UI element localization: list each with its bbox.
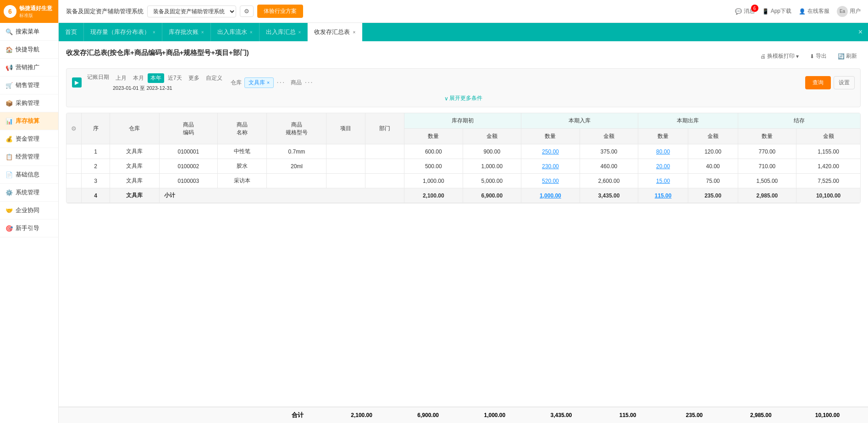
sidebar-item-finance[interactable]: 💰 资金管理 xyxy=(0,130,58,148)
col-group-out: 本期出库 xyxy=(638,113,738,129)
content-area: 收发存汇总表(按仓库+商品编码+商品+规格型号+项目+部门) 🖨 换模板打印 ▾… xyxy=(59,41,868,407)
row-warehouse: 文具库 xyxy=(110,144,159,159)
col-code: 商品编码 xyxy=(159,113,218,144)
row-close-qty: 770.00 xyxy=(738,144,796,159)
sidebar-item-sales[interactable]: 🛒 销售管理 xyxy=(0,77,58,94)
tab-batch[interactable]: 库存批次账 × xyxy=(162,23,211,41)
row-project xyxy=(326,174,365,188)
row-out-qty[interactable]: 80.00 xyxy=(638,144,688,159)
date-btn-last-month[interactable]: 上月 xyxy=(113,73,129,83)
sidebar-item-quick-nav[interactable]: 🏠 快捷导航 xyxy=(0,41,58,59)
message-btn[interactable]: 💬 消息 6 xyxy=(735,7,755,15)
date-btn-7days[interactable]: 近7天 xyxy=(165,73,185,83)
tab-recv-send[interactable]: 收发存汇总表 × xyxy=(308,23,362,41)
date-range-display: 2023-01-01 至 2023-12-31 xyxy=(113,85,225,92)
date-btn-more[interactable]: 更多 xyxy=(186,73,202,83)
tab-close-inout-summary[interactable]: × xyxy=(299,30,301,35)
print-btn[interactable]: 🖨 换模板打印 ▾ xyxy=(757,50,802,62)
row-settings-cell xyxy=(66,174,82,188)
sidebar-item-purchase[interactable]: 📦 采购管理 xyxy=(0,94,58,112)
export-btn[interactable]: ⬇ 导出 xyxy=(806,50,830,62)
col-group-opening: 库存期初 xyxy=(404,113,521,129)
expand-conditions-btn[interactable]: ∨ 展开更多条件 xyxy=(444,94,482,102)
date-btn-this-year[interactable]: 本年 xyxy=(148,73,164,83)
sidebar-item-search[interactable]: 🔍 搜索菜单 xyxy=(0,23,58,41)
table-row: 1 文具库 0100001 中性笔 0.7mm 600.00 900.00 25… xyxy=(66,144,860,159)
mobile-icon: 📱 xyxy=(762,8,769,15)
system-select[interactable]: 装备及固定资产辅助管理系统 xyxy=(147,5,236,17)
filter-toggle-btn[interactable]: ▶ xyxy=(72,77,82,88)
finance-icon: 💰 xyxy=(6,135,13,143)
col-close-amt: 金额 xyxy=(796,129,860,144)
total-open-amt: 6,900.00 xyxy=(395,412,461,418)
warehouse-tag-close[interactable]: × xyxy=(267,80,270,85)
subtotal-warehouse: 文具库 xyxy=(110,188,159,203)
sidebar-item-basic[interactable]: 📄 基础信息 xyxy=(0,166,58,184)
col-group-closing: 结存 xyxy=(738,113,860,129)
sidebar-item-operation[interactable]: 📋 经营管理 xyxy=(0,148,58,166)
subtotal-in-amt: 3,435.00 xyxy=(580,188,638,203)
refresh-icon: 🔄 xyxy=(838,53,845,60)
goods-more-dots[interactable]: ··· xyxy=(304,78,313,87)
app-download-btn[interactable]: 📱 App下载 xyxy=(762,7,791,15)
tab-close-inventory-dist[interactable]: × xyxy=(153,30,155,35)
subtotal-no: 4 xyxy=(82,188,110,203)
row-dept xyxy=(365,174,404,188)
sidebar-item-guide[interactable]: 🎯 新手引导 xyxy=(0,220,58,237)
total-close-amt: 10,100.00 xyxy=(794,412,861,418)
goods-filter: 商品 ··· xyxy=(291,78,313,87)
refresh-btn[interactable]: 🔄 刷新 xyxy=(834,50,861,62)
sidebar-item-inventory[interactable]: 📊 库存核算 xyxy=(0,112,58,130)
row-out-qty[interactable]: 15.00 xyxy=(638,174,688,188)
table-settings-btn[interactable]: ⚙ xyxy=(71,125,77,132)
avatar: Ea xyxy=(837,6,848,17)
row-spec: 20ml xyxy=(267,159,326,174)
sidebar-item-system[interactable]: ⚙️ 系统管理 xyxy=(0,184,58,202)
row-code: 0100002 xyxy=(159,159,218,174)
total-out-qty: 115.00 xyxy=(595,412,661,418)
col-out-amt: 金额 xyxy=(688,129,738,144)
sidebar-item-marketing[interactable]: 📢 营销推广 xyxy=(0,59,58,77)
settings-button[interactable]: 设置 xyxy=(834,76,855,89)
tab-close-batch[interactable]: × xyxy=(201,30,204,35)
user-menu[interactable]: Ea 用户 xyxy=(837,6,861,17)
row-in-qty[interactable]: 230.00 xyxy=(521,159,580,174)
row-out-qty[interactable]: 20.00 xyxy=(638,159,688,174)
row-open-qty: 600.00 xyxy=(404,144,463,159)
row-close-amt: 1,155.00 xyxy=(796,144,860,159)
col-close-qty: 数量 xyxy=(738,129,796,144)
tab-home[interactable]: 首页 xyxy=(59,23,84,41)
tab-inventory-dist[interactable]: 现存量（库存分布表） × xyxy=(84,23,162,41)
col-out-qty: 数量 xyxy=(638,129,688,144)
online-service-btn[interactable]: 👤 在线客服 xyxy=(799,7,829,15)
total-in-amt: 3,435.00 xyxy=(528,412,594,418)
date-btn-custom[interactable]: 自定义 xyxy=(203,73,225,83)
tab-inout-summary[interactable]: 出入库汇总 × xyxy=(260,23,308,41)
row-close-qty: 710.00 xyxy=(738,159,796,174)
main-area: 装备及固定资产辅助管理系统 装备及固定资产辅助管理系统 ⚙ 体验行业方案 💬 消… xyxy=(59,0,868,423)
footer-total-bar: 合计 2,100.00 6,900.00 1,000.00 3,435.00 1… xyxy=(59,407,868,423)
row-in-qty[interactable]: 250.00 xyxy=(521,144,580,159)
sidebar-item-corp[interactable]: 🤝 企业协同 xyxy=(0,202,58,220)
subtotal-out-amt: 235.00 xyxy=(688,188,738,203)
tab-close-inout-flow[interactable]: × xyxy=(250,30,253,35)
total-out-amt: 235.00 xyxy=(661,412,728,418)
row-in-qty[interactable]: 520.00 xyxy=(521,174,580,188)
trial-button[interactable]: 体验行业方案 xyxy=(257,5,303,18)
logo-icon: 6 xyxy=(4,5,17,18)
date-btn-this-month[interactable]: 本月 xyxy=(130,73,147,83)
warehouse-more-dots[interactable]: ··· xyxy=(276,78,285,87)
footer-values: 2,100.00 6,900.00 1,000.00 3,435.00 115.… xyxy=(328,412,861,418)
row-code: 0100001 xyxy=(159,144,218,159)
close-all-tabs[interactable]: × xyxy=(853,28,868,36)
row-open-qty: 500.00 xyxy=(404,159,463,174)
tab-inout-flow[interactable]: 出入库流水 × xyxy=(211,23,260,41)
tab-close-recv-send[interactable]: × xyxy=(353,30,355,35)
gear-button[interactable]: ⚙ xyxy=(240,5,254,17)
subtotal-close-qty: 2,985.00 xyxy=(738,188,796,203)
marketing-icon: 📢 xyxy=(6,64,13,71)
date-filter-label: 记账日期 xyxy=(87,73,109,81)
export-icon: ⬇ xyxy=(810,53,814,60)
total-close-qty: 2,985.00 xyxy=(728,412,794,418)
query-button[interactable]: 查询 xyxy=(805,76,831,89)
